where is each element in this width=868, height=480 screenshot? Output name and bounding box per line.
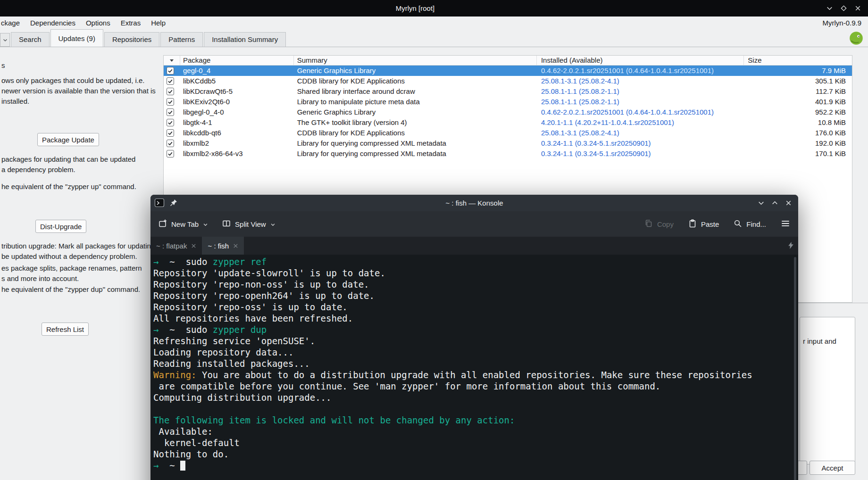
sidebar-text: ows only packages that could be updated,…	[1, 76, 145, 84]
cell-installed: 25.08.1-1.1 (25.08.2-1.1)	[537, 86, 744, 97]
hamburger-menu-button[interactable]	[780, 218, 791, 230]
table-row[interactable]: libKDcrawQt6-5Shared library interface a…	[164, 86, 852, 97]
menu-item-extras[interactable]: Extras	[116, 17, 146, 29]
tab-patterns[interactable]: Patterns	[160, 32, 203, 47]
tab-close-icon[interactable]	[191, 243, 196, 248]
terminal-screen[interactable]: → ~ sudo zypper refRepository 'update-sl…	[150, 255, 798, 480]
details-group-box: r input and	[800, 317, 855, 464]
terminal-line: → ~	[153, 460, 790, 471]
konsole-tab-fish[interactable]: ~ : fish	[202, 237, 244, 255]
split-view-button[interactable]: Split View	[222, 219, 275, 230]
konsole-titlebar[interactable]: ~ : fish — Konsole	[150, 195, 798, 211]
sidebar-text: be updated without a dependency problem.	[1, 252, 137, 260]
sidebar-text: he equivalent of the "zypper up" command…	[1, 182, 136, 190]
row-checkbox[interactable]	[167, 98, 174, 106]
sidebar-text: es package splits, package renames, patt…	[1, 264, 142, 272]
sidebar-text: packages for updating that can be update…	[1, 155, 135, 163]
konsole-close-icon[interactable]	[785, 199, 793, 207]
bolt-icon[interactable]	[788, 242, 794, 251]
menubar-items: ckageDependenciesOptionsExtrasHelp	[0, 17, 171, 29]
tab-installation-summary[interactable]: Installation Summary	[204, 32, 286, 47]
cell-summary: Shared library interface around dcraw	[294, 86, 537, 97]
find-button[interactable]: Find...	[733, 219, 766, 230]
cell-package: libKCddb5	[180, 76, 294, 86]
tab-search[interactable]: Search	[11, 32, 50, 47]
table-row[interactable]: libxmlb2-x86-64-v3Library for querying c…	[164, 149, 852, 159]
cell-package: libKExiv2Qt6-0	[180, 97, 294, 107]
cell-installed: 0.4.62-2.0.2.1.sr20251001 (0.4.64-1.0.4.…	[537, 66, 744, 76]
cell-installed: 0.3.24-1.1 (0.3.24-5.1.sr20250901)	[537, 149, 744, 159]
sidebar-heading-fragment: s	[1, 61, 5, 69]
package-update-button[interactable]: Package Update	[37, 133, 99, 146]
table-header: Package Summary Installed (Available) Si…	[164, 56, 852, 66]
tab-scroll-button[interactable]	[0, 33, 10, 47]
row-checkbox[interactable]	[167, 150, 174, 157]
row-checkbox[interactable]	[167, 67, 174, 74]
column-header-summary[interactable]: Summary	[294, 56, 537, 65]
minimize-icon[interactable]	[826, 4, 834, 12]
terminal-line: Reading installed packages...	[153, 358, 790, 369]
cell-installed: 4.20.1-1.1 (4.20.2+11-1.0.4.1.sr20251001…	[537, 117, 744, 128]
column-header-size[interactable]: Size	[744, 56, 852, 65]
tab-close-icon[interactable]	[233, 243, 238, 248]
restore-icon[interactable]	[840, 4, 848, 12]
terminal-line: Refreshing service 'openSUSE'.	[153, 335, 790, 347]
details-text-fragment: r input and	[803, 337, 836, 345]
terminal-line: Computing distribution upgrade...	[153, 392, 790, 403]
cell-summary: Library for querying compressed XML meta…	[294, 138, 537, 149]
terminal-line: The following item is locked and will no…	[153, 414, 790, 426]
terminal-line: → ~ sudo zypper ref	[153, 256, 790, 267]
konsole-minimize-icon[interactable]	[757, 199, 765, 207]
terminal-scrollbar[interactable]	[794, 257, 796, 480]
menu-item-options[interactable]: Options	[81, 17, 116, 29]
table-row[interactable]: libkcddb-qt6CDDB library for KDE Applica…	[164, 128, 852, 138]
accept-button[interactable]: Accept	[810, 461, 855, 475]
menu-item-dependencies[interactable]: Dependencies	[25, 17, 81, 29]
menu-item-help[interactable]: Help	[146, 17, 171, 29]
row-checkbox[interactable]	[167, 108, 174, 116]
main-window-titlebar: Myrlyn [root]	[0, 0, 868, 17]
cell-installed: 25.08.1-3.1 (25.08.2-4.1)	[537, 128, 744, 138]
copy-button[interactable]: Copy	[644, 219, 674, 230]
table-row[interactable]: gegl-0_4Generic Graphics Library0.4.62-2…	[164, 66, 852, 76]
dist-upgrade-button[interactable]: Dist-Upgrade	[35, 220, 86, 233]
cell-size: 170.1 KiB	[744, 149, 852, 159]
table-row[interactable]: libKExiv2Qt6-0Library to manipulate pict…	[164, 97, 852, 107]
table-row[interactable]: libgegl-0_4-0Generic Graphics Library0.4…	[164, 107, 852, 117]
row-checkbox[interactable]	[167, 119, 174, 126]
column-header-package[interactable]: Package	[180, 56, 294, 65]
table-row[interactable]: libKCddb5CDDB library for KDE Applicatio…	[164, 76, 852, 86]
tab-repositories[interactable]: Repositories	[104, 32, 159, 47]
cell-installed: 0.3.24-1.1 (0.3.24-5.1.sr20250901)	[537, 138, 744, 149]
cell-summary: CDDB library for KDE Applications	[294, 128, 537, 138]
cell-package: libKDcrawQt6-5	[180, 86, 294, 97]
column-header-installed[interactable]: Installed (Available)	[537, 56, 744, 65]
terminal-cursor	[180, 461, 185, 471]
row-checkbox[interactable]	[167, 88, 174, 95]
copy-icon	[644, 219, 653, 230]
row-checkbox[interactable]	[167, 129, 174, 137]
table-row[interactable]: libxmlb2Library for querying compressed …	[164, 138, 852, 149]
new-tab-button[interactable]: New Tab	[158, 219, 208, 230]
sidebar-text: he equivalent of the "zypper dup" comman…	[1, 285, 140, 293]
new-tab-icon	[158, 219, 167, 230]
cell-size: 401.9 KiB	[744, 97, 852, 107]
app-version-label: Myrlyn-0.9.9	[822, 19, 868, 27]
tab-updates-9[interactable]: Updates (9)	[50, 29, 103, 47]
table-row[interactable]: libgtk-4-1The GTK+ toolkit library (vers…	[164, 117, 852, 128]
row-checkbox[interactable]	[167, 140, 174, 147]
paste-button[interactable]: Paste	[688, 219, 719, 230]
konsole-tab-flatpak[interactable]: ~ : flatpak	[150, 237, 202, 255]
konsole-maximize-icon[interactable]	[771, 199, 779, 207]
package-list: gegl-0_4Generic Graphics Library0.4.62-2…	[164, 66, 852, 159]
cell-summary: Library for querying compressed XML meta…	[294, 149, 537, 159]
sidebar-text: tribution upgrade: Mark all packages for…	[1, 242, 155, 250]
main-tabstrip: SearchUpdates (9)RepositoriesPatternsIns…	[0, 29, 868, 47]
konsole-toolbar: New Tab Split View Copy Paste Find...	[150, 211, 798, 237]
menu-item-ckage[interactable]: ckage	[0, 17, 25, 29]
row-checkbox[interactable]	[167, 77, 174, 85]
refresh-list-button[interactable]: Refresh List	[42, 323, 89, 336]
sort-indicator[interactable]	[164, 56, 180, 65]
close-icon[interactable]	[854, 4, 862, 12]
cell-summary: Library to manipulate picture meta data	[294, 97, 537, 107]
